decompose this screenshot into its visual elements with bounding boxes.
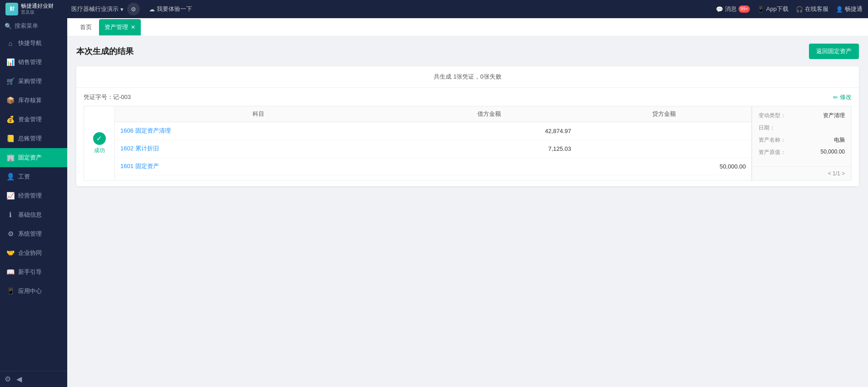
header-center: 医疗器械行业演示 ▾ ⚙ ☁ 我要体验一下 [71,3,716,15]
header-right: 💬 消息 99+ 📱 App下载 🎧 在线客服 👤 畅捷通 [716,5,863,13]
content-area: 首页 资产管理 ✕ 本次生成的结果 返回固定资产 共生成 1张凭证，0张失败 [67,18,868,387]
sidebar-bottom: ⚙ ◀ [0,371,67,387]
main-layout: 🔍 搜索菜单 ⌂ 快捷导航 📊 销售管理 🛒 采购管理 📦 库存核算 💰 [0,18,868,387]
voucher-header: 凭证字号：记-003 ✏ 修改 [84,93,852,101]
settings-icon[interactable]: ⚙ [127,3,140,15]
row1-debit: 42,874.97 [402,122,576,140]
inventory-icon: 📦 [6,96,15,104]
pagination[interactable]: < 1/1 > [752,166,851,180]
logo-text: 畅捷通好业财 普及版 [21,3,54,15]
success-icon: ✓ [93,132,106,145]
sidebar-item-label: 经营管理 [18,192,42,200]
sidebar-item-cooperation[interactable]: 🤝 企业协同 [0,243,67,263]
sidebar-item-payroll[interactable]: 👤 工资 [0,167,67,186]
tab-close-icon[interactable]: ✕ [131,24,135,30]
message-button[interactable]: 💬 消息 99+ [716,5,750,13]
home-icon: ⌂ [6,39,15,47]
col-debit: 借方金额 [402,106,576,122]
row3-credit: 50,000.00 [577,158,751,175]
purchase-icon: 🛒 [6,77,15,85]
voucher-layout: ✓ 成功 科目 借方金额 贷方 [84,106,852,181]
search-menu-button[interactable]: 🔍 搜索菜单 [0,18,67,34]
sidebar-item-purchase[interactable]: 🛒 采购管理 [0,72,67,91]
sidebar-item-label: 工资 [18,173,30,181]
sidebar-item-app-center[interactable]: 📱 应用中心 [0,282,67,301]
result-card: 共生成 1张凭证，0张失败 凭证字号：记-003 ✏ 修改 [76,66,859,186]
col-credit: 贷方金额 [577,106,751,122]
row1-credit [577,122,751,140]
experience-button[interactable]: ☁ 我要体验一下 [149,5,192,13]
data-table: 科目 借方金额 贷方金额 1606 固定资产清理 [115,106,751,175]
side-row-asset-value: 资产原值： 50,000.00 [759,149,845,156]
app-download-button[interactable]: 📱 App下载 [757,5,789,13]
user-avatar-icon: 👤 [836,6,843,13]
company-selector[interactable]: 医疗器械行业演示 ▾ [71,5,124,13]
payroll-icon: 👤 [6,173,15,181]
summary-bar: 共生成 1张凭证，0张失败 [76,66,859,88]
ledger-icon: 📒 [6,134,15,143]
sidebar-item-label: 总账管理 [18,134,42,143]
col-subject: 科目 [115,106,402,122]
sidebar-item-system[interactable]: ⚙ 系统管理 [0,224,67,243]
operations-icon: 📈 [6,192,15,200]
sidebar-item-funds[interactable]: 💰 资金管理 [0,110,67,129]
sidebar-item-label: 销售管理 [18,58,42,66]
page-title: 本次生成的结果 [76,46,134,57]
sidebar-item-label: 资金管理 [18,115,42,124]
cooperation-icon: 🤝 [6,249,15,257]
download-icon: 📱 [757,6,764,13]
tab-bar: 首页 资产管理 ✕ [67,18,868,36]
app-logo: 财 畅捷通好业财 普及版 [5,3,71,15]
sidebar-item-label: 基础信息 [18,211,42,219]
logo-icon: 财 [5,3,18,15]
sidebar-nav: ⌂ 快捷导航 📊 销售管理 🛒 采购管理 📦 库存核算 💰 资金管理 📒 [0,34,67,371]
row3-debit [402,158,576,175]
sidebar-item-fixed-assets[interactable]: 🏢 固定资产 [0,148,67,167]
tab-asset-mgmt[interactable]: 资产管理 ✕ [99,19,141,35]
sidebar-item-label: 快捷导航 [18,39,42,47]
main-table-area: ✓ 成功 科目 借方金额 贷方 [84,106,752,181]
side-row-asset-name: 资产名称： 电脑 [759,136,845,144]
side-panel: 变动类型： 资产清理 日期： 资产名称： 电脑 [752,106,852,181]
sidebar-item-label: 系统管理 [18,230,42,238]
sidebar-item-label: 新手引导 [18,268,42,276]
sidebar-item-ledger[interactable]: 📒 总账管理 [0,129,67,148]
sidebar-item-label: 库存核算 [18,96,42,104]
status-column: ✓ 成功 [84,106,115,180]
row3-subject: 1601 固定资产 [115,158,402,175]
row2-credit [577,140,751,158]
edit-button[interactable]: ✏ 修改 [833,93,852,101]
user-menu[interactable]: 👤 畅捷通 [836,5,863,13]
sidebar-item-basic-info[interactable]: ℹ 基础信息 [0,205,67,224]
message-icon: 💬 [716,6,723,13]
side-panel-content: 变动类型： 资产清理 日期： 资产名称： 电脑 [752,106,851,166]
sidebar-settings-button[interactable]: ⚙ [5,375,11,383]
dropdown-icon: ▾ [120,6,124,13]
tab-home[interactable]: 首页 [74,18,97,36]
sidebar: 🔍 搜索菜单 ⌂ 快捷导航 📊 销售管理 🛒 采购管理 📦 库存核算 💰 [0,18,67,387]
sidebar-item-sales[interactable]: 📊 销售管理 [0,53,67,72]
sidebar-item-label: 固定资产 [18,154,42,162]
row2-subject: 1602 累计折旧 [115,140,402,158]
side-row-date: 日期： [759,124,845,132]
page-content: 本次生成的结果 返回固定资产 共生成 1张凭证，0张失败 凭证字号：记-003 … [67,36,868,387]
table-row: 1601 固定资产 50,000.00 [115,158,751,175]
sidebar-item-quick-nav[interactable]: ⌂ 快捷导航 [0,34,67,53]
edit-icon: ✏ [833,94,838,101]
page-header: 本次生成的结果 返回固定资产 [76,44,859,59]
sidebar-item-inventory[interactable]: 📦 库存核算 [0,91,67,110]
guide-icon: 📖 [6,268,15,276]
sidebar-item-operations[interactable]: 📈 经营管理 [0,186,67,205]
return-button[interactable]: 返回固定资产 [809,44,859,59]
row1-subject: 1606 固定资产清理 [115,122,402,140]
table-row: 1602 累计折旧 7,125.03 [115,140,751,158]
app-center-icon: 📱 [6,287,15,295]
sidebar-item-label: 企业协同 [18,249,42,257]
service-button[interactable]: 🎧 在线客服 [796,5,828,13]
table-row: 1606 固定资产清理 42,874.97 [115,122,751,140]
sidebar-item-guide[interactable]: 📖 新手引导 [0,263,67,282]
row2-debit: 7,125.03 [402,140,576,158]
sidebar-collapse-button[interactable]: ◀ [16,375,22,383]
sidebar-item-label: 采购管理 [18,77,42,85]
voucher-number: 凭证字号：记-003 [84,93,131,101]
